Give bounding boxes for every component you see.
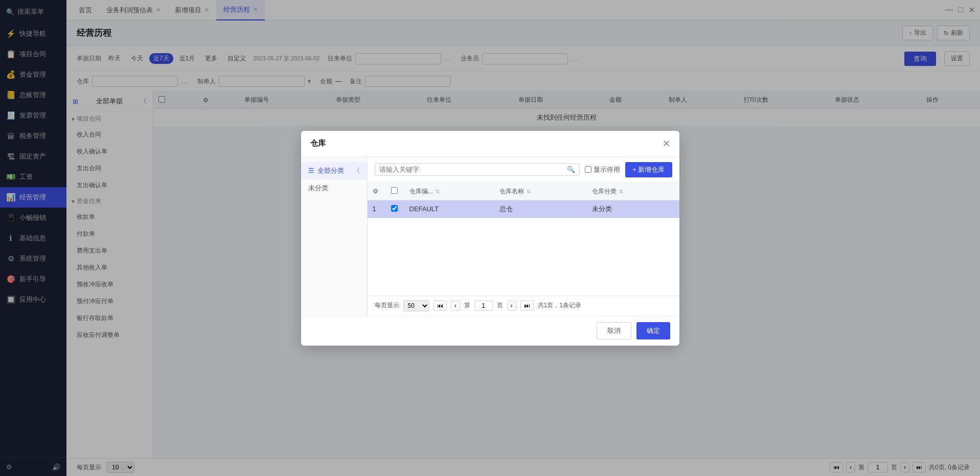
row-name: 总仓 (494, 200, 587, 218)
sort-icon[interactable]: ⇅ (527, 189, 531, 194)
col-checkbox[interactable] (386, 183, 404, 200)
modal-page-input[interactable] (474, 301, 493, 311)
col-gear[interactable]: ⚙ (368, 183, 386, 200)
col-label: 仓库名称 (499, 188, 524, 195)
modal-close-button[interactable]: ✕ (663, 138, 670, 149)
modal-body: ☰ 全部分类 《 未分类 🔍 显示停用 (301, 157, 679, 315)
modal-table-area: ⚙ 仓库编... ⇅ 仓库名称 ⇅ (368, 183, 679, 296)
modal-title: 仓库 (310, 139, 326, 148)
col-warehouse-code: 仓库编... ⇅ (404, 183, 494, 200)
modal-search-icon: 🔍 (567, 166, 575, 173)
show-disabled-checkbox[interactable] (585, 166, 591, 173)
modal-cat-unclassified[interactable]: 未分类 (301, 179, 367, 197)
all-cat-icon: ☰ (308, 167, 314, 174)
modal-last-page-btn[interactable]: ⏭ (520, 301, 534, 311)
modal-cat-unclassified-label: 未分类 (308, 184, 328, 193)
modal-total-records: 共1页，1条记录 (538, 301, 581, 310)
col-warehouse-category: 仓库分类 ⇅ (587, 183, 679, 200)
sort-icon[interactable]: ⇅ (619, 189, 623, 194)
warehouse-modal: 仓库 ✕ ☰ 全部分类 《 未分类 (301, 131, 679, 346)
row-checkbox-cell[interactable] (386, 200, 404, 218)
row-code: DEFAULT (404, 200, 494, 218)
modal-search-input[interactable] (379, 164, 564, 175)
modal-first-page-btn[interactable]: ⏮ (434, 301, 447, 311)
modal-page-suffix: 页 (497, 301, 503, 310)
modal-cat-all[interactable]: ☰ 全部分类 《 (301, 162, 367, 179)
modal-page-label: 算 (464, 301, 470, 310)
table-row[interactable]: 1 DEFAULT 总仓 未分类 (368, 200, 679, 218)
modal-header: 仓库 ✕ (301, 131, 679, 157)
modal-next-page-btn[interactable]: › (507, 301, 516, 311)
col-warehouse-name: 仓库名称 ⇅ (494, 183, 587, 200)
modal-prev-page-btn[interactable]: ‹ (451, 301, 460, 311)
modal-table-header-row: ⚙ 仓库编... ⇅ 仓库名称 ⇅ (368, 183, 679, 200)
sort-icon[interactable]: ⇅ (436, 189, 440, 194)
modal-page-size-label: 每页显示 (375, 301, 399, 310)
col-label: 仓库编... (409, 188, 433, 195)
modal-toolbar: 🔍 显示停用 + 新增仓库 (368, 157, 679, 183)
modal-pagination: 每页显示 102050100 ⏮ ‹ 算 页 › ⏭ 共1页，1条记录 (368, 296, 679, 315)
modal-select-all[interactable] (391, 187, 398, 194)
show-disabled-label[interactable]: 显示停用 (585, 165, 620, 174)
add-warehouse-button[interactable]: + 新增仓库 (625, 162, 672, 177)
row-num: 1 (368, 200, 386, 218)
row-checkbox[interactable] (391, 205, 398, 212)
modal-right-panel: 🔍 显示停用 + 新增仓库 ⚙ (368, 157, 679, 315)
show-disabled-text: 显示停用 (594, 165, 620, 174)
modal-overlay: 仓库 ✕ ☰ 全部分类 《 未分类 (0, 0, 980, 476)
modal-left-panel: ☰ 全部分类 《 未分类 (301, 157, 368, 315)
modal-left-toggle-icon[interactable]: 《 (353, 166, 360, 175)
col-label: 仓库分类 (592, 188, 617, 195)
confirm-button[interactable]: 确定 (636, 322, 670, 339)
modal-page-size-select[interactable]: 102050100 (403, 300, 429, 311)
modal-cat-all-label: 全部分类 (317, 166, 344, 175)
row-category: 未分类 (587, 200, 679, 218)
cancel-button[interactable]: 取消 (597, 322, 631, 339)
warehouse-table: ⚙ 仓库编... ⇅ 仓库名称 ⇅ (368, 183, 679, 218)
modal-footer-actions: 取消 确定 (301, 315, 679, 346)
